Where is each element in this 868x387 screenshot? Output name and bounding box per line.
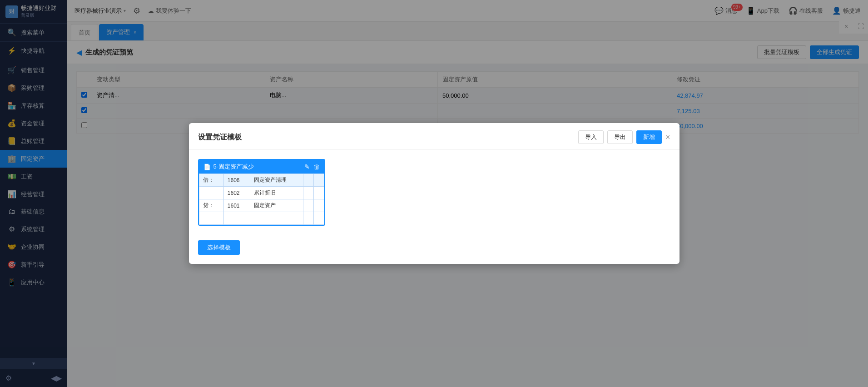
template-row (199, 212, 324, 225)
import-btn[interactable]: 导入 (578, 130, 604, 144)
template-card-header: 📄 5-固定资产减少 ✎ 🗑 (199, 160, 324, 174)
row2-subject: 累计折旧 (250, 187, 303, 199)
template-row: 借： 1606 固定资产清理 (199, 174, 324, 187)
modal-overlay: 设置凭证模板 导入 导出 新增 × 📄 5-固定资产减少 (0, 0, 868, 387)
template-number-name: 5-固定资产减少 (213, 163, 254, 171)
row2-col4 (313, 187, 324, 199)
row3-col3 (303, 199, 314, 212)
template-row: 1602 累计折旧 (199, 187, 324, 199)
row4-code (223, 212, 250, 225)
row3-col4 (313, 199, 324, 212)
row1-entry-type: 借： (199, 174, 223, 187)
template-card: 📄 5-固定资产减少 ✎ 🗑 借： 1606 (198, 159, 325, 226)
row2-entry-type (199, 187, 223, 199)
row1-col4 (313, 174, 324, 187)
template-table: 借： 1606 固定资产清理 1602 累计折旧 (199, 174, 324, 225)
row3-code: 1601 (223, 199, 250, 212)
export-btn[interactable]: 导出 (607, 130, 633, 144)
modal-header: 设置凭证模板 导入 导出 新增 × (189, 123, 680, 150)
select-template-btn[interactable]: 选择模板 (198, 240, 240, 255)
row1-subject: 固定资产清理 (250, 174, 303, 187)
row3-subject: 固定资产 (250, 199, 303, 212)
row1-code: 1606 (223, 174, 250, 187)
template-edit-icon[interactable]: ✎ (304, 163, 310, 170)
template-delete-icon[interactable]: 🗑 (313, 163, 320, 170)
row4-col3 (303, 212, 314, 225)
row2-code: 1602 (223, 187, 250, 199)
template-row: 贷： 1601 固定资产 (199, 199, 324, 212)
modal-body: 📄 5-固定资产减少 ✎ 🗑 借： 1606 (189, 150, 680, 264)
modal-close-btn[interactable]: × (665, 133, 670, 142)
row4-subject (250, 212, 303, 225)
modal-title: 设置凭证模板 (198, 133, 242, 142)
template-doc-icon: 📄 (203, 164, 211, 170)
row1-col3 (303, 174, 314, 187)
row4-col4 (313, 212, 324, 225)
new-btn[interactable]: 新增 (636, 130, 662, 144)
row4-entry-type (199, 212, 223, 225)
modal-dialog: 设置凭证模板 导入 导出 新增 × 📄 5-固定资产减少 (189, 123, 680, 264)
row3-entry-type: 贷： (199, 199, 223, 212)
row2-col3 (303, 187, 314, 199)
